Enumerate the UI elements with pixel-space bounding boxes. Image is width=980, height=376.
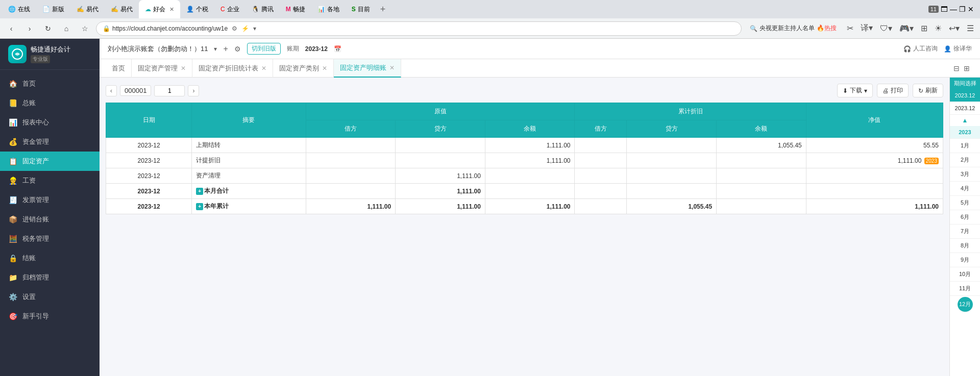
page-tabs: 首页 固定资产管理 ✕ 固定资产折旧统计表 ✕ 固定资产类别 ✕ 固定资产明细账… xyxy=(100,59,980,78)
close-tab-depreciation[interactable]: ✕ xyxy=(261,65,266,72)
cell-acc-debit-1 xyxy=(575,153,627,168)
print-button[interactable]: 🖨 打印 xyxy=(877,84,909,97)
content-area: ‹ 000001 › ⬇ 下载 ▾ 🖨 打印 xyxy=(100,78,980,376)
address-input[interactable]: 🔒 https://cloud.chanjet.com/accounting/u… xyxy=(96,21,742,36)
invoice-icon: 🧾 xyxy=(8,195,17,205)
close-window-icon[interactable]: ✕ xyxy=(968,5,974,13)
browser-tab-6[interactable]: C 企业 xyxy=(214,0,246,18)
sidebar-item-payroll[interactable]: 👷 工资 xyxy=(0,171,100,190)
sidebar-item-reports[interactable]: 📊 报表中心 xyxy=(0,113,100,132)
forward-button[interactable]: › xyxy=(22,21,37,36)
back-button[interactable]: ‹ xyxy=(4,21,18,36)
page-tab-home[interactable]: 首页 xyxy=(106,59,132,78)
cell-date-4: 2023-12 xyxy=(106,199,192,214)
brightness-icon[interactable]: ☀ xyxy=(933,22,944,34)
menu-icon[interactable]: ☰ xyxy=(965,22,976,34)
tab-close-4[interactable]: ✕ xyxy=(169,6,174,13)
browser-tab-0[interactable]: 🌐 在线 xyxy=(2,0,36,18)
cell-orig-balance-4: 1,111.00 xyxy=(485,199,575,214)
date-item-jan[interactable]: 1月 xyxy=(950,139,980,153)
browser-tab-2[interactable]: ✍ 易代 xyxy=(70,0,105,18)
sidebar-item-archive[interactable]: 📁 归档管理 xyxy=(0,268,100,287)
download-button[interactable]: ⬇ 下载 ▾ xyxy=(837,84,873,97)
sidebar-item-home[interactable]: 🏠 首页 xyxy=(0,74,100,93)
browser-tab-1[interactable]: 📄 新版 xyxy=(36,0,70,18)
switch-version-btn[interactable]: 切到旧版 xyxy=(247,43,281,55)
add-icon[interactable]: + xyxy=(223,44,228,54)
search-bar[interactable]: 🔍 央视更新主持人名单 🔥热搜 xyxy=(750,24,837,33)
refresh-button[interactable]: ↻ 刷新 xyxy=(913,84,943,97)
download-dropdown-icon[interactable]: ▾ xyxy=(864,87,867,94)
restore-window-icon[interactable]: 🗖 xyxy=(941,5,948,13)
sidebar-item-ledger[interactable]: 📒 总账 xyxy=(0,93,100,113)
user-button[interactable]: 👤 徐译华 xyxy=(944,44,972,53)
shield-icon[interactable]: 🛡▾ xyxy=(878,22,894,34)
browser-tab-3[interactable]: ✍ 易代 xyxy=(105,0,139,18)
date-item-nov[interactable]: 11月 xyxy=(950,282,980,296)
date-item-oct[interactable]: 10月 xyxy=(950,267,980,282)
page-tab-fixed-assets[interactable]: 固定资产管理 ✕ xyxy=(132,59,192,78)
cell-net-value-4: 1,111.00 xyxy=(806,199,943,214)
sidebar-item-guide[interactable]: 🎯 新手引导 xyxy=(0,307,100,326)
sidebar-item-fixed-assets[interactable]: 📋 固定资产 xyxy=(0,152,100,171)
prev-page-btn[interactable]: ‹ xyxy=(106,85,117,96)
settings-icon-topbar[interactable]: ⚙ xyxy=(234,45,241,53)
page-number-input[interactable] xyxy=(154,85,185,96)
page-tab-category[interactable]: 固定资产类别 ✕ xyxy=(273,59,334,78)
browser-tab-8[interactable]: M 畅捷 xyxy=(280,0,311,18)
close-tab-detail-ledger[interactable]: ✕ xyxy=(389,64,395,71)
site-info-icon[interactable]: ⚙ xyxy=(232,25,237,32)
next-page-btn[interactable]: › xyxy=(188,85,199,96)
browser-tab-7[interactable]: 🐧 腾讯 xyxy=(246,0,280,18)
sidebar-item-closing[interactable]: 🔒 结账 xyxy=(0,248,100,268)
reload-button[interactable]: ↻ xyxy=(41,21,55,36)
bookmark-button[interactable]: ☆ xyxy=(78,21,92,36)
tab-icon-2: ✍ xyxy=(77,6,84,13)
page-tab-depreciation[interactable]: 固定资产折旧统计表 ✕ xyxy=(192,59,273,78)
dropdown-arrow[interactable]: ▾ xyxy=(214,45,217,53)
sidebar-item-settings[interactable]: ⚙️ 设置 xyxy=(0,287,100,307)
game-icon[interactable]: 🎮▾ xyxy=(897,22,916,34)
date-item-feb[interactable]: 2月 xyxy=(950,153,980,167)
sidebar-item-inventory[interactable]: 📦 进销台账 xyxy=(0,210,100,229)
grid-icon[interactable]: ⊞ xyxy=(919,22,929,34)
new-tab-button[interactable]: + xyxy=(376,0,390,18)
browser-tab-5[interactable]: 👤 个税 xyxy=(180,0,214,18)
date-item-year[interactable]: 2023 xyxy=(950,126,980,139)
date-item-apr[interactable]: 4月 xyxy=(950,182,980,196)
date-item-mar[interactable]: 3月 xyxy=(950,167,980,182)
close-tab-category[interactable]: ✕ xyxy=(322,65,327,72)
date-item-dec[interactable]: 12月 xyxy=(958,297,973,312)
scroll-up-btn[interactable]: ▲ xyxy=(950,115,980,126)
date-item-aug[interactable]: 8月 xyxy=(950,239,980,253)
cut-icon[interactable]: ✂ xyxy=(845,22,855,34)
browser-tab-10[interactable]: S 目前 xyxy=(346,0,376,18)
sidebar-item-invoices[interactable]: 🧾 发票管理 xyxy=(0,190,100,210)
close-tab-fixed-assets[interactable]: ✕ xyxy=(181,65,186,72)
date-item-sep[interactable]: 9月 xyxy=(950,253,980,267)
date-item-jul[interactable]: 7月 xyxy=(950,224,980,239)
download-icon: ⬇ xyxy=(843,87,848,94)
cell-acc-credit-0 xyxy=(627,138,717,153)
calendar-icon[interactable]: 📅 xyxy=(334,45,341,53)
date-item-jun[interactable]: 6月 xyxy=(950,210,980,224)
browser-tab-4[interactable]: ☁ 好会 ✕ xyxy=(139,0,180,18)
page-tab-detail-ledger[interactable]: 固定资产明细账 ✕ xyxy=(334,59,401,78)
minimize-icon[interactable]: — xyxy=(950,5,957,13)
sidebar-item-funds[interactable]: 💰 资金管理 xyxy=(0,132,100,152)
collapse-panel-icon[interactable]: ⊟ xyxy=(953,64,960,72)
date-item-selected1[interactable]: 2023.12 xyxy=(950,89,980,102)
cell-date-0: 2023-12 xyxy=(106,138,192,153)
expand-panel-icon[interactable]: ⊞ xyxy=(964,64,970,72)
translate-icon[interactable]: 译▾ xyxy=(859,22,875,35)
date-item-may[interactable]: 5月 xyxy=(950,196,980,210)
dropdown-icon[interactable]: ▾ xyxy=(253,25,256,32)
date-item-2[interactable]: 2023.12 xyxy=(950,102,980,115)
payroll-icon: 👷 xyxy=(8,176,17,185)
sidebar-item-tax[interactable]: 🧮 税务管理 xyxy=(0,229,100,248)
support-button[interactable]: 🎧 人工咨询 xyxy=(903,44,938,53)
browser-tab-9[interactable]: 📊 各地 xyxy=(311,0,346,18)
maximize-icon[interactable]: ❐ xyxy=(959,5,966,13)
home-button[interactable]: ⌂ xyxy=(59,21,74,36)
undo-icon[interactable]: ↩▾ xyxy=(947,22,962,34)
